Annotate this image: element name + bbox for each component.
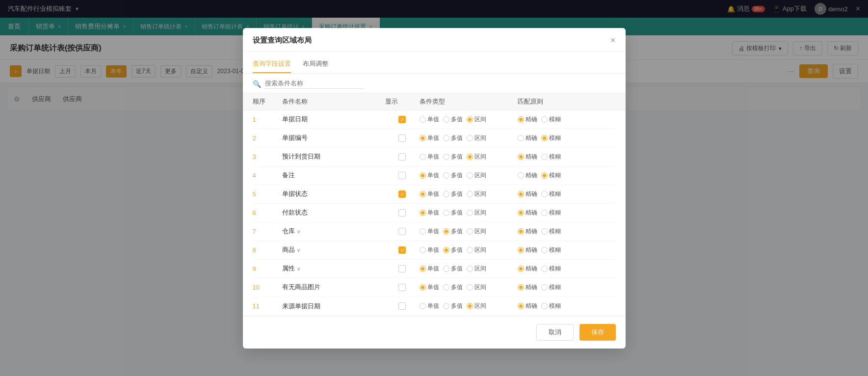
th-name: 条件名称 bbox=[282, 97, 385, 106]
condition-type-range[interactable]: 区间 bbox=[467, 115, 486, 116]
row-name: 单据日期 bbox=[282, 115, 385, 116]
modal-overlay: 设置查询区域布局 × 查询字段设置 布局调整 🔍 顺序 条件名称 显示 条件类型… bbox=[0, 0, 868, 116]
th-condition-type: 条件类型 bbox=[420, 97, 518, 106]
match-rule-exact[interactable]: 精确 bbox=[518, 115, 537, 116]
modal-tabs: 查询字段设置 布局调整 bbox=[243, 52, 626, 74]
modal-title: 设置查询区域布局 bbox=[253, 36, 312, 45]
condition-type-multi[interactable]: 多值 bbox=[443, 115, 463, 116]
match-rule-fuzzy[interactable]: 模糊 bbox=[541, 115, 561, 116]
modal-close-button[interactable]: × bbox=[610, 36, 616, 45]
row-order: 1 bbox=[253, 116, 282, 116]
modal-table-body: 1单据日期单值多值区间精确模糊2单据编号单值多值区间精确模糊3预计到货日期单值多… bbox=[243, 110, 626, 116]
modal-header: 设置查询区域布局 × bbox=[243, 28, 626, 52]
search-input[interactable] bbox=[265, 80, 363, 89]
display-checkbox[interactable] bbox=[398, 116, 406, 116]
th-match-rule: 匹配原则 bbox=[518, 97, 616, 106]
tab-field-setting[interactable]: 查询字段设置 bbox=[253, 56, 291, 73]
th-display: 显示 bbox=[385, 97, 420, 106]
th-order: 顺序 bbox=[253, 97, 282, 106]
table-row: 1单据日期单值多值区间精确模糊 bbox=[253, 110, 616, 116]
condition-type-group: 单值多值区间 bbox=[420, 115, 518, 116]
search-icon: 🔍 bbox=[253, 80, 261, 88]
modal-dialog: 设置查询区域布局 × 查询字段设置 布局调整 🔍 顺序 条件名称 显示 条件类型… bbox=[243, 28, 626, 116]
tab-layout-adjust[interactable]: 布局调整 bbox=[303, 56, 328, 73]
condition-type-single[interactable]: 单值 bbox=[420, 115, 439, 116]
modal-search-bar: 🔍 bbox=[243, 74, 626, 93]
modal-table-headers: 顺序 条件名称 显示 条件类型 匹配原则 bbox=[243, 93, 626, 110]
match-rule-group: 精确模糊 bbox=[518, 115, 616, 116]
